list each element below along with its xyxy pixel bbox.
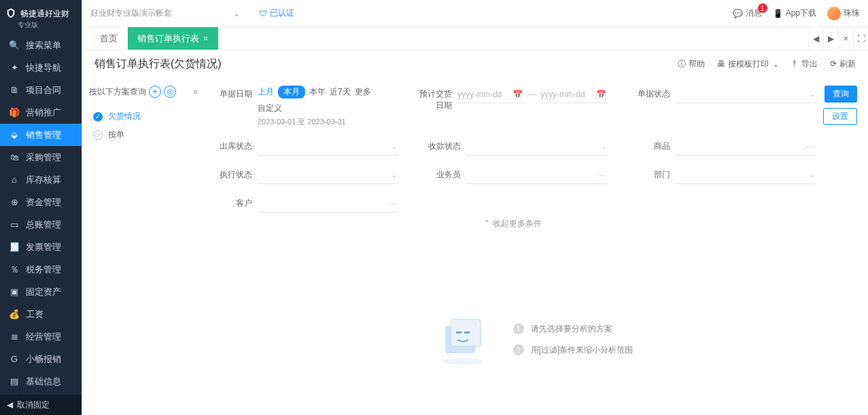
info-icon: ⓘ	[678, 58, 686, 70]
refresh-icon: G	[10, 354, 19, 364]
tab-home[interactable]: 首页	[90, 27, 128, 50]
brand-icon	[5, 7, 16, 20]
nav-inventory[interactable]: ⌂库存核算	[0, 168, 82, 191]
placeholder: yyyy-mm-dd	[540, 90, 585, 99]
tab-next[interactable]: ▶	[823, 27, 838, 50]
chevron-down-icon: ⌄	[773, 60, 778, 68]
filter-est-date: 预计交货日期 yyyy-mm-dd📅 — yyyy-mm-dd📅	[417, 86, 607, 127]
clock-icon: ⏲	[93, 130, 103, 140]
more-icon: ···	[597, 170, 606, 180]
nav-label: 总账管理	[26, 219, 61, 231]
refresh-button[interactable]: ⟳刷新	[830, 58, 856, 70]
nav-label: 工资	[26, 308, 44, 321]
print-button[interactable]: 🖶按模板打印⌄	[717, 58, 778, 70]
nav-search[interactable]: 🔍搜索菜单	[0, 34, 82, 56]
nav-business[interactable]: ≣经营管理	[0, 325, 82, 348]
chip-more[interactable]: 更多	[355, 86, 371, 98]
dept-label: 部门	[627, 166, 676, 181]
empty-illustration	[433, 312, 494, 367]
svg-point-4	[444, 358, 482, 365]
query-button[interactable]: 查询	[824, 86, 857, 103]
scheme-title: 按以下方案查询	[89, 86, 146, 98]
download-label: App下载	[786, 7, 816, 19]
chevron-down-icon: ⌄	[233, 9, 240, 18]
tab-bar: 首页 销售订单执行表 × ◀ ▶ × ⛶	[82, 27, 868, 50]
filter-customer: 客户 ···	[209, 195, 398, 213]
doc-date-range: 2023-03-01 至 2023-03-31	[258, 117, 398, 127]
scheme-add-button[interactable]: +	[149, 86, 161, 98]
chip-last-month[interactable]: 上月	[258, 86, 274, 98]
verified-badge[interactable]: 🛡 已认证	[259, 7, 294, 19]
search-icon: 🔍	[10, 40, 19, 50]
collapse-more-button[interactable]: ⌃ 收起更多条件	[209, 213, 816, 232]
scheme-collapse-button[interactable]: «	[193, 87, 198, 96]
nav-label: 发票管理	[26, 241, 61, 253]
empty-step-1: 1 请先选择要分析的方案	[513, 323, 633, 335]
goods-picker[interactable]: ···	[676, 138, 816, 156]
export-button[interactable]: ⭱导出	[791, 58, 818, 70]
chip-this-year[interactable]: 本年	[309, 86, 326, 98]
nav-purchase[interactable]: 🛍采购管理	[0, 146, 82, 168]
org-selector[interactable]: 好业财专业版演示帐套 ⌄	[90, 7, 240, 19]
est-date-to[interactable]: yyyy-mm-dd📅	[540, 86, 607, 103]
salesman-picker[interactable]: ···	[466, 166, 607, 184]
exec-status-label: 执行状态	[209, 166, 258, 181]
filter-exec-status: 执行状态 ⌄	[209, 166, 398, 184]
nav-basic[interactable]: ▤基础信息	[0, 370, 82, 393]
messages-button[interactable]: 💬 消息 1	[733, 7, 762, 19]
range-dash: —	[528, 90, 536, 99]
content: 按以下方案查询 + ◎ « ✓ 欠货情况 ⏲ 按单	[82, 77, 868, 415]
sidebar-unpin[interactable]: ◀ 取消固定	[0, 395, 82, 415]
tab-close-icon[interactable]: ×	[203, 34, 208, 43]
nav-label: 固定资产	[26, 286, 61, 298]
bubble-icon: 💬	[733, 9, 743, 18]
filter-doc-status: 单据状态 ⌄	[627, 86, 816, 127]
tab-close-all[interactable]: ×	[838, 27, 853, 50]
nav-label: 库存核算	[26, 174, 61, 186]
help-button[interactable]: ⓘ帮助	[678, 58, 705, 70]
chip-custom[interactable]: 自定义	[258, 103, 282, 114]
nav-tax[interactable]: ％税务管理	[0, 258, 82, 281]
nav-expense[interactable]: G小畅报销	[0, 348, 82, 370]
nav-invoice[interactable]: 🧾发票管理	[0, 236, 82, 258]
doc-status-select[interactable]: ⌄	[676, 86, 816, 103]
scheme-item-byorder[interactable]: ⏲ 按单	[89, 126, 191, 144]
nav-asset[interactable]: ▣固定资产	[0, 281, 82, 303]
user-menu[interactable]: 珠珠	[827, 7, 860, 20]
empty-step-2: 2 用[过滤]条件来缩小分析范围	[513, 344, 633, 356]
tab-prev[interactable]: ◀	[808, 27, 823, 50]
nav-label: 小畅报销	[26, 353, 61, 365]
chip-7days[interactable]: 近7天	[330, 86, 351, 98]
nav-sales[interactable]: ⬙销售管理	[0, 124, 82, 146]
nav-marketing[interactable]: 🎁营销推广	[0, 101, 82, 124]
pay-status-select[interactable]: ⌄	[466, 138, 607, 156]
nav-ledger[interactable]: ▭总账管理	[0, 213, 82, 236]
tab-fullscreen[interactable]: ⛶	[853, 27, 868, 50]
refresh-label: 刷新	[839, 58, 856, 70]
out-status-select[interactable]: ⌄	[258, 138, 398, 156]
nav-contract[interactable]: 🗎项目合同	[0, 79, 82, 101]
date-chips: 上月 本月 本年 近7天 更多 自定义	[258, 86, 398, 115]
settings-button[interactable]: 设置	[823, 108, 857, 125]
dept-select[interactable]: ⌄	[676, 166, 816, 184]
scheme-label: 欠货情况	[108, 111, 141, 122]
nav-label: 项目合同	[26, 84, 61, 96]
nav-salary[interactable]: 💰工资	[0, 303, 82, 325]
tab-active[interactable]: 销售订单执行表 ×	[128, 27, 218, 50]
main: 好业财专业版演示帐套 ⌄ 🛡 已认证 💬 消息 1 📱 App下载	[82, 0, 868, 415]
customer-label: 客户	[209, 195, 258, 209]
scheme-item-shortage[interactable]: ✓ 欠货情况	[89, 107, 191, 126]
chip-this-month[interactable]: 本月	[278, 86, 305, 98]
verified-label: 已认证	[270, 7, 294, 19]
scheme-target-button[interactable]: ◎	[164, 86, 176, 98]
scheme-label: 按单	[108, 129, 124, 141]
est-date-from[interactable]: yyyy-mm-dd📅	[457, 86, 524, 103]
file-icon: 🗎	[10, 85, 19, 95]
print-label: 按模板打印	[728, 58, 769, 70]
nav-fund[interactable]: ⊕资金管理	[0, 191, 82, 213]
filter-out-status: 出库状态 ⌄	[209, 138, 398, 156]
nav-quick[interactable]: ✦快捷导航	[0, 56, 82, 79]
customer-picker[interactable]: ···	[258, 195, 398, 213]
exec-status-select[interactable]: ⌄	[258, 166, 398, 184]
download-button[interactable]: 📱 App下载	[773, 7, 816, 19]
